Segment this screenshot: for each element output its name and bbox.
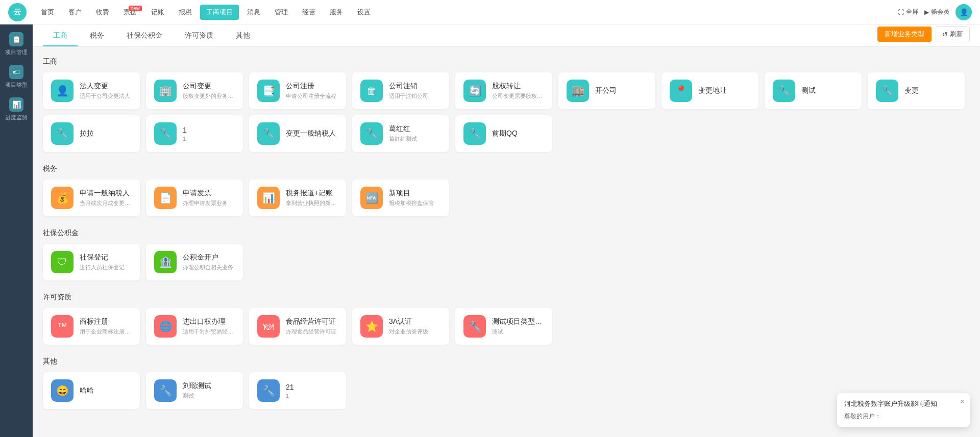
tab-license[interactable]: 许可资质 <box>175 26 224 46</box>
card-desc-fund-account: 办理公积金相关业务 <box>183 264 235 271</box>
nav-item-account[interactable]: 记账 <box>145 5 170 20</box>
card-company-register[interactable]: 📑公司注册申请公司注册全流程 <box>249 72 346 109</box>
tab-industry[interactable]: 工商 <box>43 26 78 46</box>
card-name-food-license: 食品经营许可证 <box>286 317 338 326</box>
card-text-liu-ce-test: 刘聪测试测试 <box>183 381 235 400</box>
card-icon-open-company: 🏬 <box>567 80 589 102</box>
card-fund-account[interactable]: 🏦公积金开户办理公积金相关业务 <box>146 244 243 280</box>
tab-other[interactable]: 其他 <box>226 26 260 46</box>
card-test[interactable]: 🔧测试 <box>765 72 862 109</box>
card-liu-ce-test[interactable]: 🔧刘聪测试测试 <box>146 372 243 409</box>
cards-grid-social-fund-section: 🛡社保登记进行人员社保登记🏦公积金开户办理公积金相关业务 <box>43 244 970 280</box>
card-desc-import-export: 适用于对外贸易经营者 <box>183 328 235 336</box>
card-apply-taxpayer[interactable]: 💰申请一般纳税人当月或次月成变更完成 <box>43 179 140 216</box>
card-test-type[interactable]: 🔧测试项目类型目定义测试 <box>455 308 552 345</box>
card-name-test-type: 测试项目类型目定义 <box>492 317 544 326</box>
card-prev-qq[interactable]: 🔧前期QQ <box>455 115 552 152</box>
card-change[interactable]: 🔧变更 <box>868 72 965 109</box>
card-text-trademark-register: 商标注册用于企业商标注册服务 <box>80 317 132 336</box>
card-text-open-company: 开公司 <box>595 86 647 95</box>
nav-item-home[interactable]: 首页 <box>35 5 60 20</box>
notification-close[interactable]: × <box>960 397 965 406</box>
card-open-company[interactable]: 🏬开公司 <box>558 72 655 109</box>
card-equity-transfer[interactable]: 🔄股权转让公司变更需要股权转让 <box>455 72 552 109</box>
refresh-icon: ↺ <box>942 31 948 38</box>
card-text-fund-account: 公积金开户办理公积金相关业务 <box>183 253 235 271</box>
card-twenty-one[interactable]: 🔧211 <box>249 372 346 409</box>
nav-item-operate[interactable]: 经营 <box>296 5 322 20</box>
nav-item-service[interactable]: 服务 <box>324 5 349 20</box>
card-haha[interactable]: 😄哈哈 <box>43 372 140 409</box>
card-desc-test-type: 测试 <box>492 328 544 336</box>
add-type-button[interactable]: 新增业务类型 <box>877 27 932 42</box>
card-icon-legal-change: 👤 <box>51 80 74 102</box>
nav-item-client[interactable]: 客户 <box>62 5 88 20</box>
notification-popup: × 河北税务数字账户升级影响通知 尊敬的用户： <box>837 393 970 427</box>
card-tax-report-account[interactable]: 📊税务报道+记账拿到营业执照的新公司 <box>249 179 346 216</box>
card-text-test-type: 测试项目类型目定义测试 <box>492 317 544 336</box>
card-name-equity-transfer: 股权转让 <box>492 82 544 91</box>
card-icon-company-register: 📑 <box>257 80 280 102</box>
card-desc-new-project: 报税加税控盘保管 <box>389 199 441 207</box>
card-icon-company-change: 🏢 <box>154 80 177 102</box>
nav-item-fee[interactable]: 收费 <box>90 5 115 20</box>
card-desc-trademark-register: 用于企业商标注册服务 <box>80 328 132 336</box>
card-change-address[interactable]: 📍变更地址 <box>662 72 758 109</box>
fullscreen-btn[interactable]: ⛶ 全屏 <box>898 8 918 16</box>
sidebar-item-progress-monitor[interactable]: 📊进度监测 <box>1 94 32 124</box>
card-text-tax-report-account: 税务报道+记账拿到营业执照的新公司 <box>286 189 338 207</box>
sidebar-item-project-type[interactable]: 🏷项目类型 <box>1 61 32 92</box>
card-icon-import-export: 🌐 <box>154 315 177 338</box>
card-legal-change[interactable]: 👤法人变更适用于公司变更法人 <box>43 72 140 109</box>
nav-item-industry[interactable]: 工商项目 <box>200 5 239 20</box>
sidebar-item-project-manage[interactable]: 📋项目管理 <box>1 29 32 59</box>
sidebar-label-project-type: 项目类型 <box>5 81 28 89</box>
user-avatar[interactable]: 👤 <box>955 4 972 20</box>
member-btn[interactable]: ▶ 畅会员 <box>924 8 949 16</box>
card-gehonghong[interactable]: 🔧葛红红葛红红测试 <box>352 115 449 152</box>
card-name-apply-taxpayer: 申请一般纳税人 <box>80 189 132 198</box>
card-desc-company-change: 股权变更外的业务变更 <box>183 92 235 100</box>
card-text-twenty-one: 211 <box>286 383 338 399</box>
card-new-project[interactable]: 🆕新项目报税加税控盘保管 <box>352 179 449 216</box>
refresh-button[interactable]: ↺ 刷新 <box>936 26 970 42</box>
card-name-liu-ce-test: 刘聪测试 <box>183 381 235 391</box>
nav-item-ticket[interactable]: 票据new <box>117 5 143 20</box>
play-icon: ▶ <box>924 9 929 16</box>
card-trademark-register[interactable]: ™商标注册用于企业商标注册服务 <box>43 308 140 345</box>
sidebar-icon-project-manage: 📋 <box>9 32 23 46</box>
card-icon-change: 🔧 <box>876 80 898 102</box>
card-icon-test-type: 🔧 <box>463 315 486 338</box>
card-lala[interactable]: 🔧拉拉 <box>43 115 140 152</box>
card-desc-one: 1 <box>183 136 235 142</box>
tab-tax[interactable]: 税务 <box>80 26 114 46</box>
card-food-license[interactable]: 🍽食品经营许可证办理食品经营许可证 <box>249 308 346 345</box>
card-name-lala: 拉拉 <box>80 129 132 138</box>
card-icon-equity-transfer: 🔄 <box>463 80 486 102</box>
card-name-change-address: 变更地址 <box>698 86 750 95</box>
card-3a-cert[interactable]: ⭐3A认证对企业信誉评级 <box>352 308 449 345</box>
card-text-change-address: 变更地址 <box>698 86 750 95</box>
card-text-change: 变更 <box>904 86 957 95</box>
nav-item-settings[interactable]: 设置 <box>351 5 377 20</box>
top-nav: 云 首页客户收费票据new记账报税工商项目消息管理经营服务设置 ⛶ 全屏 ▶ 畅… <box>0 0 980 24</box>
card-social-register[interactable]: 🛡社保登记进行人员社保登记 <box>43 244 140 280</box>
nav-item-manage[interactable]: 管理 <box>268 5 294 20</box>
nav-items: 首页客户收费票据new记账报税工商项目消息管理经营服务设置 <box>35 5 898 20</box>
card-change-taxpayer[interactable]: 🔧变更一般纳税人 <box>249 115 346 152</box>
card-apply-invoice[interactable]: 📄申请发票办理申请发票业务 <box>146 179 243 216</box>
card-desc-equity-transfer: 公司变更需要股权转让 <box>492 92 544 100</box>
nav-item-message[interactable]: 消息 <box>241 5 266 20</box>
card-one[interactable]: 🔧11 <box>146 115 243 152</box>
card-company-cancel[interactable]: 🗑公司注销适用于注销公司 <box>352 72 449 109</box>
card-name-apply-invoice: 申请发票 <box>183 189 235 198</box>
section-title-social-fund-section: 社保公积金 <box>43 228 970 238</box>
card-desc-tax-report-account: 拿到营业执照的新公司 <box>286 199 338 207</box>
card-name-legal-change: 法人变更 <box>80 82 132 91</box>
card-name-prev-qq: 前期QQ <box>492 129 544 138</box>
card-company-change[interactable]: 🏢公司变更股权变更外的业务变更 <box>146 72 243 109</box>
nav-item-tax[interactable]: 报税 <box>173 5 198 20</box>
tab-social-fund[interactable]: 社保公积金 <box>116 26 173 46</box>
card-text-equity-transfer: 股权转让公司变更需要股权转让 <box>492 82 544 100</box>
card-import-export[interactable]: 🌐进出口权办理适用于对外贸易经营者 <box>146 308 243 345</box>
